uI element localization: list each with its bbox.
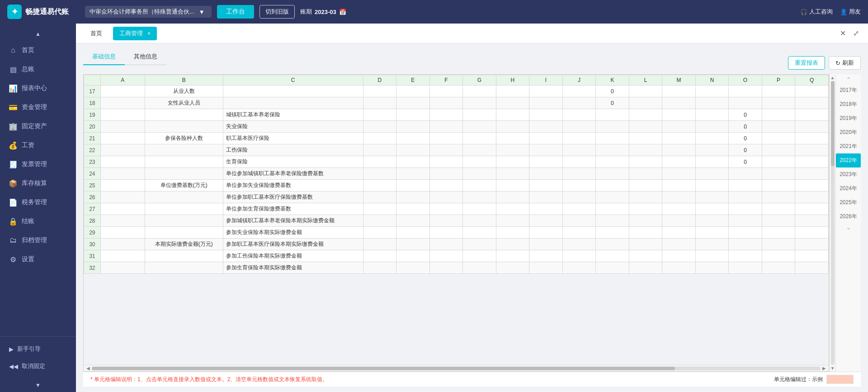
cell-m[interactable] <box>662 86 696 97</box>
cell-h[interactable] <box>496 109 529 121</box>
cell-a[interactable] <box>100 262 145 274</box>
cell-p[interactable] <box>762 250 795 262</box>
cell-n[interactable] <box>695 97 729 109</box>
cell-h[interactable] <box>496 215 529 227</box>
cell-c[interactable]: 城镇职工基本养老保险 <box>223 109 363 121</box>
cell-f[interactable] <box>429 133 463 144</box>
cell-p[interactable] <box>762 109 795 121</box>
cell-e[interactable] <box>396 180 430 191</box>
cell-g[interactable] <box>463 239 496 250</box>
expand-tab-button[interactable]: ⤢ <box>851 27 861 39</box>
cell-c[interactable]: 参加工伤保险本期实际缴费金额 <box>223 250 363 262</box>
cell-k[interactable] <box>596 215 629 227</box>
cell-e[interactable] <box>396 86 430 97</box>
cell-o[interactable] <box>729 203 762 215</box>
cell-g[interactable] <box>463 86 496 97</box>
cell-a[interactable] <box>100 168 145 180</box>
cell-d[interactable] <box>363 109 396 121</box>
cell-p[interactable] <box>762 144 795 156</box>
cell-p[interactable] <box>762 97 795 109</box>
cell-n[interactable] <box>695 191 729 203</box>
cell-e[interactable] <box>396 156 430 168</box>
cell-c[interactable]: 单位参加失业保险缴费基数 <box>223 180 363 191</box>
cell-a[interactable] <box>100 215 145 227</box>
cell-i[interactable] <box>529 156 563 168</box>
tab-close-button[interactable]: × <box>147 30 151 37</box>
cell-n[interactable] <box>695 215 729 227</box>
cell-i[interactable] <box>529 215 563 227</box>
cell-o[interactable] <box>729 215 762 227</box>
cell-k[interactable] <box>596 121 629 133</box>
cell-i[interactable] <box>529 86 563 97</box>
cell-f[interactable] <box>429 156 463 168</box>
cell-m[interactable] <box>662 109 696 121</box>
cell-p[interactable] <box>762 156 795 168</box>
cell-g[interactable] <box>463 180 496 191</box>
year-item-2020[interactable]: 2020年 <box>836 125 861 139</box>
customer-service-area[interactable]: 🎧 人工咨询 <box>800 8 833 16</box>
sidebar-item-guide[interactable]: ▶ 新手引导 <box>0 340 76 358</box>
cell-l[interactable] <box>629 215 662 227</box>
cell-q[interactable] <box>795 144 829 156</box>
cell-m[interactable] <box>662 180 696 191</box>
scroll-down-btn[interactable]: ▼ <box>0 378 76 392</box>
cell-j[interactable] <box>562 203 596 215</box>
cell-c[interactable]: 单位参加城镇职工基本养老保险缴费基数 <box>223 168 363 180</box>
cell-b[interactable]: 参保各险种人数 <box>145 133 223 144</box>
cell-i[interactable] <box>529 180 563 191</box>
cell-f[interactable] <box>429 203 463 215</box>
cell-c[interactable]: 单位参加生育保险缴费基数 <box>223 203 363 215</box>
cell-e[interactable] <box>396 203 430 215</box>
cell-e[interactable] <box>396 250 430 262</box>
cell-d[interactable] <box>363 215 396 227</box>
cell-g[interactable] <box>463 97 496 109</box>
cell-f[interactable] <box>429 121 463 133</box>
cell-b[interactable] <box>145 215 223 227</box>
cell-m[interactable] <box>662 203 696 215</box>
cell-g[interactable] <box>463 156 496 168</box>
year-up-arrow[interactable]: ⌃ <box>846 76 851 83</box>
cell-b[interactable]: 单位缴费基数(万元) <box>145 180 223 191</box>
cell-k[interactable] <box>596 109 629 121</box>
cell-c[interactable] <box>223 86 363 97</box>
cell-k[interactable] <box>596 191 629 203</box>
cell-m[interactable] <box>662 168 696 180</box>
cell-a[interactable] <box>100 180 145 191</box>
cell-p[interactable] <box>762 239 795 250</box>
cell-p[interactable] <box>762 262 795 274</box>
h-scroll-thumb[interactable] <box>92 367 675 370</box>
cell-b[interactable] <box>145 156 223 168</box>
cell-m[interactable] <box>662 191 696 203</box>
cell-n[interactable] <box>695 250 729 262</box>
year-item-2026[interactable]: 2026年 <box>836 210 861 224</box>
cell-k[interactable]: 0 <box>596 97 629 109</box>
cell-g[interactable] <box>463 215 496 227</box>
cell-o[interactable]: 0 <box>729 121 762 133</box>
cell-q[interactable] <box>795 86 829 97</box>
cell-a[interactable] <box>100 121 145 133</box>
cell-i[interactable] <box>529 262 563 274</box>
cell-l[interactable] <box>629 227 662 239</box>
cell-h[interactable] <box>496 203 529 215</box>
cell-a[interactable] <box>100 156 145 168</box>
cell-l[interactable] <box>629 133 662 144</box>
cell-a[interactable] <box>100 191 145 203</box>
cell-n[interactable] <box>695 86 729 97</box>
cell-i[interactable] <box>529 133 563 144</box>
cell-i[interactable] <box>529 121 563 133</box>
cell-e[interactable] <box>396 262 430 274</box>
cell-k[interactable] <box>596 144 629 156</box>
cell-n[interactable] <box>695 180 729 191</box>
cell-n[interactable] <box>695 133 729 144</box>
cell-k[interactable] <box>596 133 629 144</box>
cell-l[interactable] <box>629 168 662 180</box>
cell-m[interactable] <box>662 144 696 156</box>
cell-o[interactable] <box>729 168 762 180</box>
year-item-2018[interactable]: 2018年 <box>836 97 861 111</box>
sheet-scroll-area[interactable]: A B C D E F G H I J <box>84 75 829 365</box>
cell-a[interactable] <box>100 227 145 239</box>
cell-b[interactable] <box>145 203 223 215</box>
sidebar-item-archive[interactable]: 🗂 归档管理 <box>0 231 76 250</box>
cell-p[interactable] <box>762 121 795 133</box>
year-item-2021[interactable]: 2021年 <box>836 139 861 153</box>
